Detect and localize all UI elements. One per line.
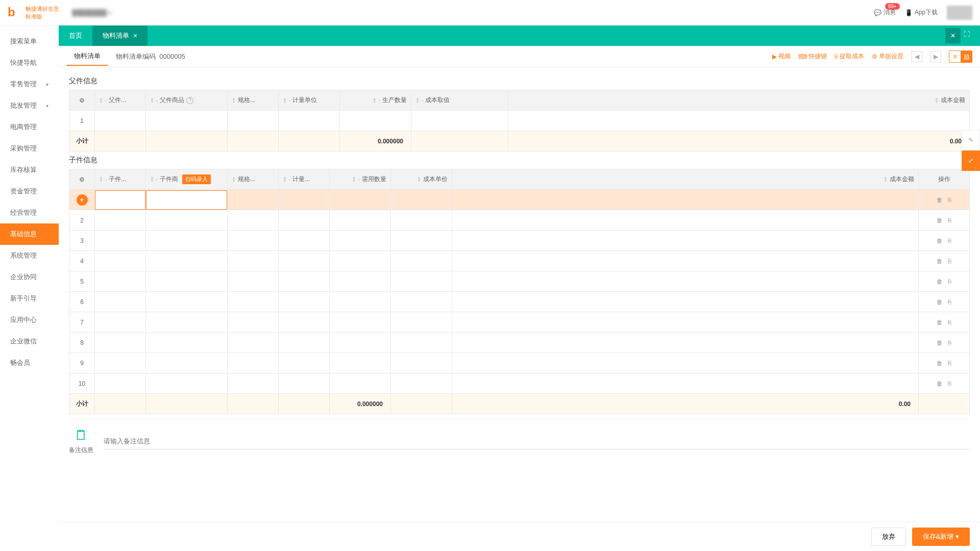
sort-icon[interactable]: ▲▼ [935, 97, 939, 104]
col-parent-product[interactable]: 父件商品 [160, 96, 184, 105]
save-new-button[interactable]: 保存&新增 ▾ [912, 528, 970, 546]
sidebar-item-5[interactable]: 采购管理 [0, 138, 59, 159]
child-row[interactable]: 5🗑⎘ [69, 271, 970, 292]
delete-icon[interactable]: 🗑 [937, 380, 943, 387]
sort-icon[interactable]: ▲▼ [283, 177, 287, 183]
col-spec[interactable]: 规格... [238, 96, 255, 105]
col-child-unit[interactable]: 计量... [292, 175, 310, 184]
sort-icon[interactable]: ▲▼ [415, 97, 420, 104]
sidebar-item-0[interactable]: 搜索菜单 [0, 31, 59, 52]
view-list-button[interactable]: ≡ [949, 51, 961, 62]
doc-setting-link[interactable]: ⚙单据设置 [872, 52, 903, 61]
sort-icon[interactable]: ▲▼ [232, 97, 236, 104]
tab-home[interactable]: 首页 [59, 26, 92, 46]
scan-badge[interactable]: 扫码录入 [182, 174, 211, 184]
extract-cost-link[interactable]: ⎘提取成本 [835, 52, 864, 61]
col-child-code[interactable]: 子件... [109, 175, 126, 184]
sort-icon[interactable]: ▲▼ [150, 177, 154, 183]
sidebar-item-15[interactable]: 畅会员 [0, 352, 59, 373]
delete-icon[interactable]: 🗑 [937, 258, 943, 265]
sidebar-item-14[interactable]: 企业微信 [0, 331, 59, 352]
copy-icon[interactable]: ⎘ [948, 360, 951, 367]
view-form-button[interactable]: ▤ [961, 51, 972, 62]
sidebar-item-7[interactable]: 资金管理 [0, 181, 59, 202]
col-cost-amt[interactable]: 成本金额 [941, 96, 965, 105]
delete-icon[interactable]: 🗑 [937, 196, 943, 204]
delete-icon[interactable]: 🗑 [937, 278, 943, 285]
gear-icon[interactable]: ⚙ [79, 176, 85, 183]
sidebar-item-9[interactable]: 基础信息 [0, 223, 59, 245]
sort-icon[interactable]: ▲▼ [99, 177, 103, 183]
copy-icon[interactable]: ⎘ [948, 278, 951, 285]
copy-icon[interactable]: ⎘ [948, 258, 951, 265]
child-product-input[interactable] [146, 190, 227, 210]
copy-icon[interactable]: ⎘ [948, 380, 951, 387]
sub-tab-bom[interactable]: 物料清单 [66, 47, 108, 66]
child-row[interactable]: 8🗑⎘ [69, 333, 970, 353]
app-download-button[interactable]: 📱 App下载 [905, 8, 938, 17]
avatar[interactable] [947, 6, 972, 20]
copy-icon[interactable]: ⎘ [948, 196, 951, 204]
shortcut-link[interactable]: ⌨快捷键 [798, 52, 827, 61]
tab-bom[interactable]: 物料清单 × [92, 26, 148, 46]
child-row[interactable]: 3🗑⎘ [69, 231, 970, 251]
child-row-active[interactable]: + 🗑⎘ [69, 190, 970, 210]
help-icon[interactable]: ? [186, 97, 193, 104]
fullscreen-icon[interactable]: ⛶ [964, 31, 974, 41]
copy-icon[interactable]: ⎘ [948, 237, 951, 244]
col-parent-code[interactable]: 父件... [109, 96, 126, 105]
delete-icon[interactable]: 🗑 [937, 360, 943, 367]
child-row[interactable]: 6🗑⎘ [69, 292, 970, 312]
prev-button[interactable]: ◀ [911, 51, 922, 62]
sidebar-item-1[interactable]: 快捷导航 [0, 52, 59, 73]
child-row[interactable]: 9🗑⎘ [69, 353, 970, 373]
video-link[interactable]: ▶视频 [772, 52, 791, 61]
sort-icon[interactable]: ▲▼ [884, 177, 888, 183]
sort-icon[interactable]: ▲▼ [373, 97, 377, 104]
sidebar-item-2[interactable]: 零售管理▾ [0, 73, 59, 95]
note-input[interactable] [104, 433, 970, 449]
copy-icon[interactable]: ⎘ [948, 339, 951, 346]
messages-button[interactable]: 💬 消息 99+ [874, 8, 896, 17]
delete-icon[interactable]: 🗑 [937, 298, 943, 306]
expand-float-button[interactable]: ⤢ [962, 151, 980, 171]
sort-icon[interactable]: ▲▼ [283, 97, 287, 104]
delete-icon[interactable]: 🗑 [937, 237, 943, 244]
sort-icon[interactable]: ▲▼ [232, 177, 236, 183]
col-unit-cost[interactable]: 成本单价 [423, 175, 448, 184]
gear-icon[interactable]: ⚙ [79, 97, 85, 104]
delete-icon[interactable]: 🗑 [937, 217, 943, 224]
sort-icon[interactable]: ▲▼ [352, 177, 356, 183]
child-row[interactable]: 10🗑⎘ [69, 373, 970, 394]
cancel-button[interactable]: 放弃 [871, 528, 906, 546]
delete-icon[interactable]: 🗑 [937, 339, 943, 346]
parent-row[interactable]: 1 [69, 111, 970, 131]
copy-icon[interactable]: ⎘ [948, 319, 951, 326]
child-row[interactable]: 4🗑⎘ [69, 251, 970, 271]
add-row-button[interactable]: + [77, 194, 88, 206]
sidebar-item-3[interactable]: 批发管理▾ [0, 95, 59, 116]
child-row[interactable]: 2🗑⎘ [69, 210, 970, 231]
sidebar-item-6[interactable]: 库存核算 [0, 159, 59, 181]
close-icon[interactable]: × [133, 32, 137, 40]
next-button[interactable]: ▶ [930, 51, 941, 62]
copy-icon[interactable]: ⎘ [948, 217, 951, 224]
col-cost-src[interactable]: 成本取值 [425, 96, 450, 105]
edit-float-button[interactable]: ✎ [962, 130, 980, 151]
sidebar-item-10[interactable]: 系统管理 [0, 245, 59, 266]
tenant-selector[interactable]: ████████ ▾ [72, 9, 111, 16]
sidebar-item-8[interactable]: 经营管理 [0, 202, 59, 223]
sidebar-item-13[interactable]: 应用中心 [0, 309, 59, 331]
col-unit[interactable]: 计量单位 [292, 96, 317, 105]
sidebar-item-4[interactable]: 电商管理 [0, 116, 59, 138]
col-child-spec[interactable]: 规格... [238, 175, 255, 184]
col-child-cost-amt[interactable]: 成本金额 [890, 175, 914, 184]
sort-icon[interactable]: ▲▼ [417, 177, 421, 183]
sort-icon[interactable]: ▲▼ [99, 97, 103, 104]
child-code-input[interactable] [95, 190, 145, 210]
col-prod-qty[interactable]: 生产数量 [382, 96, 407, 105]
close-all-button[interactable]: ✕ [945, 28, 961, 43]
col-child-product[interactable]: 子件商 [160, 175, 178, 184]
copy-icon[interactable]: ⎘ [948, 298, 951, 306]
sort-icon[interactable]: ▲▼ [150, 97, 154, 104]
